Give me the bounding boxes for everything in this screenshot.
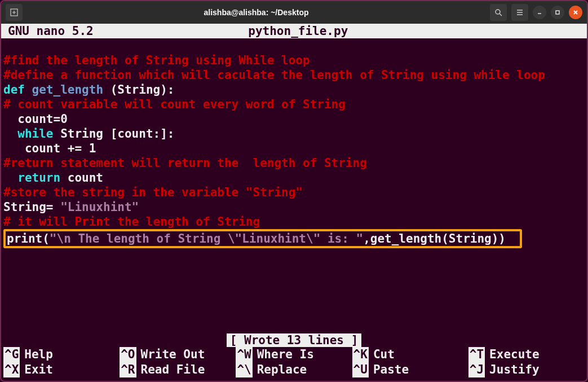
shortcut-replace[interactable]: ^\Replace bbox=[236, 362, 352, 377]
new-tab-button[interactable] bbox=[6, 4, 23, 21]
shortcut-exit[interactable]: ^XExit bbox=[3, 362, 120, 377]
shortcut-row: ^GHelp ^OWrite Out ^WWhere Is ^KCut ^TEx… bbox=[3, 347, 585, 362]
code-token: count bbox=[60, 171, 103, 185]
code-line: count += 1 bbox=[3, 142, 96, 155]
close-button[interactable] bbox=[569, 6, 582, 19]
code-token: (String): bbox=[103, 83, 174, 96]
code-token: while bbox=[17, 127, 53, 140]
code-line: #find the length of String using While l… bbox=[3, 54, 310, 67]
shortcut-writeout[interactable]: ^OWrite Out bbox=[120, 347, 236, 362]
hamburger-menu-button[interactable] bbox=[511, 4, 528, 21]
code-line: # it will Print the length of String bbox=[3, 215, 260, 229]
code-line: #define a function which will caculate t… bbox=[3, 68, 545, 82]
window-title: alishba@alishba: ~/Desktop bbox=[23, 8, 490, 17]
search-button[interactable] bbox=[490, 4, 507, 21]
nano-header-bar: GNU nano 5.2 python_file.py bbox=[1, 24, 587, 38]
editor-content[interactable]: #find the length of String using While l… bbox=[1, 38, 587, 248]
nano-app-title: GNU nano 5.2 bbox=[8, 24, 248, 38]
svg-point-3 bbox=[496, 10, 500, 14]
code-token: return bbox=[17, 171, 60, 185]
nano-filename: python_file.py bbox=[248, 24, 580, 38]
highlighted-line: print("\n The length of String \"Linuxhi… bbox=[3, 229, 522, 248]
nano-status-line: [ Wrote 13 lines ] bbox=[1, 333, 587, 347]
code-line: #return statement will return the length… bbox=[3, 156, 367, 170]
code-token: "\n The length of String \"Linuxhint\" i… bbox=[50, 232, 363, 245]
shortcut-help[interactable]: ^GHelp bbox=[3, 347, 120, 362]
code-token: ,get_length(String)) bbox=[363, 232, 506, 245]
code-token bbox=[3, 127, 17, 140]
shortcut-execute[interactable]: ^TExecute bbox=[468, 347, 585, 362]
code-line: # count variable will count every word o… bbox=[3, 98, 346, 111]
code-token: def bbox=[3, 83, 25, 96]
nano-status-text: [ Wrote 13 lines ] bbox=[227, 333, 362, 347]
code-token: "Linuxhint" bbox=[60, 200, 139, 214]
nano-shortcut-bar: ^GHelp ^OWrite Out ^WWhere Is ^KCut ^TEx… bbox=[3, 347, 585, 377]
code-line: count=0 bbox=[3, 112, 68, 126]
window-titlebar: alishba@alishba: ~/Desktop bbox=[1, 1, 587, 24]
code-token: String [count:]: bbox=[54, 127, 175, 140]
shortcut-row: ^XExit ^RRead File ^\Replace ^UPaste ^JJ… bbox=[3, 362, 585, 377]
shortcut-readfile[interactable]: ^RRead File bbox=[120, 362, 236, 377]
shortcut-cut[interactable]: ^KCut bbox=[352, 347, 468, 362]
minimize-button[interactable] bbox=[533, 6, 546, 19]
shortcut-justify[interactable]: ^JJustify bbox=[468, 362, 585, 377]
svg-line-4 bbox=[499, 14, 502, 16]
code-token bbox=[3, 171, 17, 185]
code-line: #store the string in the variable "Strin… bbox=[3, 186, 303, 199]
code-token: print( bbox=[7, 232, 50, 245]
code-token: get_length bbox=[32, 83, 103, 96]
shortcut-whereis[interactable]: ^WWhere Is bbox=[236, 347, 352, 362]
shortcut-paste[interactable]: ^UPaste bbox=[352, 362, 468, 377]
svg-rect-9 bbox=[556, 11, 559, 14]
maximize-button[interactable] bbox=[551, 6, 564, 19]
code-token: String= bbox=[3, 200, 60, 214]
